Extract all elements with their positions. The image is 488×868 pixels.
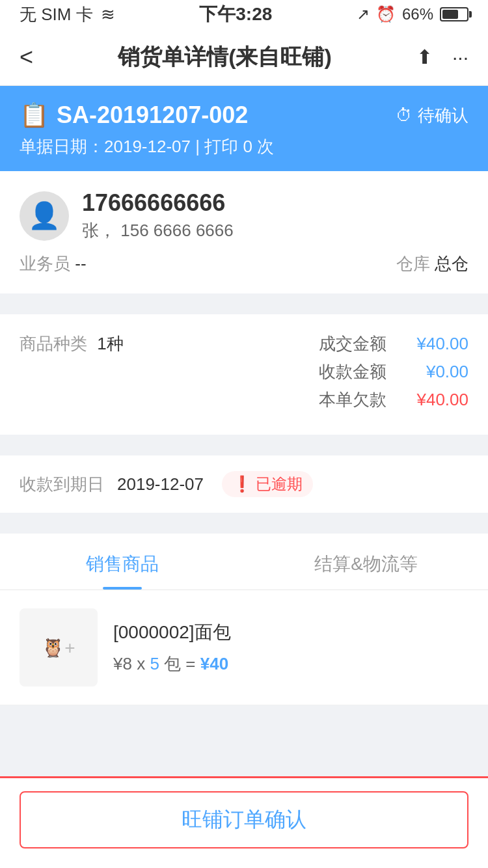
alarm-icon: ⏰ [376,5,396,23]
nav-bar: < 销货单详情(来自旺铺) ⬆ ··· [0,29,488,86]
order-status: ⏱ 待确认 [396,104,468,127]
customer-name-phone: 张， 156 6666 6666 [82,219,234,242]
due-date-value: 2019-12-07 [117,474,204,495]
carrier-label: 无 SIM 卡 [20,3,93,26]
product-name: [0000002]面包 [113,620,468,645]
trade-amount-label: 成交金额 [319,332,386,355]
tab-settlement-label: 结算&物流等 [314,554,418,574]
status-bar: 无 SIM 卡 ≋ 下午3:28 ↗ ⏰ 66% [0,0,488,29]
order-header: 📋 SA-20191207-002 ⏱ 待确认 单据日期：2019-12-07 … [0,86,488,171]
separator-2 [0,445,488,455]
due-date-card: 收款到期日 2019-12-07 ❗ 已逾期 [0,455,488,513]
wifi-icon: ≋ [101,5,115,25]
summary-left: 商品种类 1种 [20,332,124,355]
avatar-icon: 👤 [28,200,61,231]
multiply-sign: x [137,654,150,673]
trade-amount-value: ¥40.00 [397,334,468,354]
customer-info: 17666666666 张， 156 6666 6666 [82,189,234,242]
line-total: ¥40 [200,654,228,673]
owed-amount-label: 本单欠款 [319,388,386,411]
product-types-value: 1种 [97,334,123,353]
customer-top: 👤 17666666666 张， 156 6666 6666 [20,189,468,242]
order-id-value: SA-20191207-002 [57,102,248,129]
product-thumb-icon: 🦉+ [42,637,75,658]
share-button[interactable]: ⬆ [416,46,433,68]
product-item: 🦉+ [0000002]面包 ¥8 x 5 包 = ¥40 [0,590,488,705]
status-bar-right: ↗ ⏰ 66% [357,5,468,23]
due-date-label: 收款到期日 [20,473,104,496]
product-price: ¥8 x 5 包 = ¥40 [113,653,468,675]
tab-sales-product-label: 销售商品 [86,554,159,574]
tab-settlement[interactable]: 结算&物流等 [244,534,488,590]
order-status-label: 待确认 [418,104,468,127]
customer-alt-phone: 156 6666 6666 [120,221,234,240]
battery-label: 66% [402,5,433,23]
product-types-label: 商品种类 [20,334,87,353]
quantity: 5 [150,654,159,673]
product-thumbnail: 🦉+ [20,608,98,686]
nav-actions: ⬆ ··· [416,46,468,68]
trade-amount-row: 成交金额 ¥40.00 [319,332,468,355]
tab-sales-product[interactable]: 销售商品 [0,534,244,590]
customer-name: 张 [82,221,99,240]
warehouse-label: 仓库 [396,252,430,275]
page-title: 销货单详情(来自旺铺) [118,42,332,72]
time-label: 下午3:28 [199,2,272,27]
order-icon: 📋 [20,102,49,129]
tabs-container: 销售商品 结算&物流等 [0,534,488,590]
summary-right: 成交金额 ¥40.00 收款金额 ¥0.00 本单欠款 ¥40.00 [319,332,468,416]
battery-icon [440,7,468,21]
customer-card: 👤 17666666666 张， 156 6666 6666 业务员 -- 仓库… [0,171,488,293]
collected-amount-row: 收款金额 ¥0.00 [319,360,468,383]
order-date: 单据日期：2019-12-07 | 打印 0 次 [20,135,468,158]
status-bar-left: 无 SIM 卡 ≋ [20,3,115,26]
salesperson-label: 业务员 [20,252,70,275]
order-header-top: 📋 SA-20191207-002 ⏱ 待确认 [20,102,468,129]
warehouse-value: 总仓 [435,252,468,275]
separator-1 [0,304,488,314]
unit: 包 [164,654,181,673]
overdue-label: 已逾期 [256,474,303,495]
clock-icon: ⏱ [396,105,413,126]
product-list: 🦉+ [0000002]面包 ¥8 x 5 包 = ¥40 [0,590,488,705]
separator-3 [0,523,488,534]
back-button[interactable]: < [20,44,33,71]
order-id: 📋 SA-20191207-002 [20,102,248,129]
summary-card: 商品种类 1种 成交金额 ¥40.00 收款金额 ¥0.00 本单欠款 ¥40.… [0,314,488,435]
equals-sign: = [185,654,200,673]
confirm-order-button[interactable]: 旺铺订单确认 [20,791,468,848]
product-info: [0000002]面包 ¥8 x 5 包 = ¥40 [113,620,468,675]
unit-price: ¥8 [113,654,132,673]
confirm-button-wrap: 旺铺订单确认 [0,776,488,868]
owed-amount-value: ¥40.00 [397,390,468,410]
collected-amount-label: 收款金额 [319,360,386,383]
customer-meta: 业务员 -- 仓库 总仓 [20,252,468,275]
salesperson-value: -- [75,254,86,274]
customer-phone: 17666666666 [82,189,234,217]
collected-amount-value: ¥0.00 [397,362,468,382]
owed-amount-row: 本单欠款 ¥40.00 [319,388,468,411]
warning-icon: ❗ [232,475,252,493]
overdue-badge: ❗ 已逾期 [222,471,313,497]
more-button[interactable]: ··· [452,46,468,68]
location-icon: ↗ [357,5,370,23]
avatar: 👤 [20,191,69,241]
